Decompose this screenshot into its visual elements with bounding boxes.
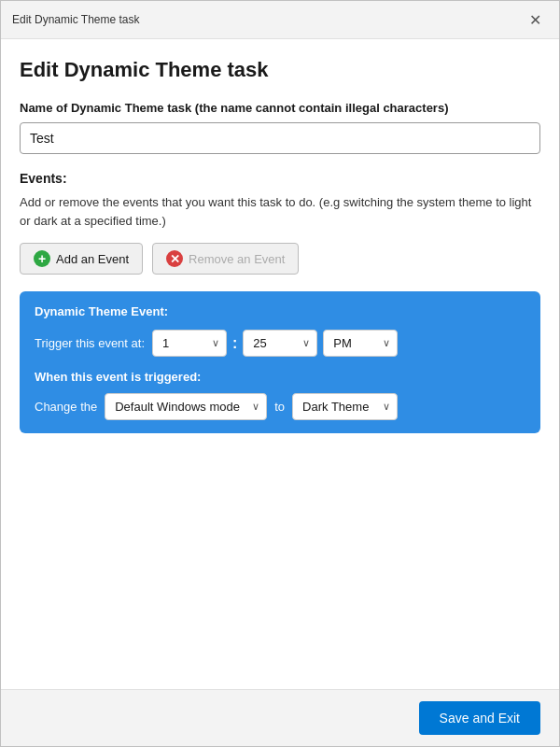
change-text: Change the [35,400,97,414]
remove-event-button[interactable]: ✕ Remove an Event [152,243,299,275]
events-section-title: Events: [20,171,540,186]
hour-dropdown-wrap: 1234 5678 9101112 [152,330,227,357]
save-exit-button[interactable]: Save and Exit [419,701,540,735]
event-card: Dynamic Theme Event: Trigger this event … [20,291,540,433]
hour-select[interactable]: 1234 5678 9101112 [152,330,227,357]
event-card-title: Dynamic Theme Event: [35,304,525,318]
remove-event-label: Remove an Event [189,252,285,266]
event-buttons-row: + Add an Event ✕ Remove an Event [20,243,540,275]
main-content: Edit Dynamic Theme task Name of Dynamic … [1,39,559,689]
when-label: When this event is triggered: [35,370,525,384]
add-event-button[interactable]: + Add an Event [20,243,143,275]
add-event-label: Add an Event [56,252,129,266]
time-colon: : [232,335,237,352]
window: Edit Dynamic Theme task ✕ Edit Dynamic T… [0,0,560,747]
events-description: Add or remove the events that you want t… [20,193,540,230]
footer: Save and Exit [1,689,559,746]
trigger-label: Trigger this event at: [35,336,145,350]
minute-select[interactable]: 00051015 20253035 40455055 [243,330,317,357]
task-name-input[interactable] [20,122,540,154]
change-row: Change the Default Windows mode App mode… [35,393,525,420]
mode-dropdown-wrap: Default Windows mode App mode [105,393,267,420]
page-title: Edit Dynamic Theme task [20,58,540,82]
close-button[interactable]: ✕ [522,7,548,33]
minute-dropdown-wrap: 00051015 20253035 40455055 [243,330,317,357]
mode-select[interactable]: Default Windows mode App mode [105,393,267,420]
theme-dropdown-wrap: Dark Theme Light Theme [292,393,398,420]
ampm-select[interactable]: AM PM [323,330,398,357]
add-icon: + [34,250,50,267]
ampm-dropdown-wrap: AM PM [323,330,398,357]
title-bar-text: Edit Dynamic Theme task [12,13,140,26]
title-bar: Edit Dynamic Theme task ✕ [1,1,559,39]
trigger-row: Trigger this event at: 1234 5678 9101112… [35,330,525,357]
name-field-label: Name of Dynamic Theme task (the name can… [20,101,540,115]
to-text: to [274,400,285,414]
theme-select[interactable]: Dark Theme Light Theme [292,393,398,420]
remove-icon: ✕ [166,250,183,267]
